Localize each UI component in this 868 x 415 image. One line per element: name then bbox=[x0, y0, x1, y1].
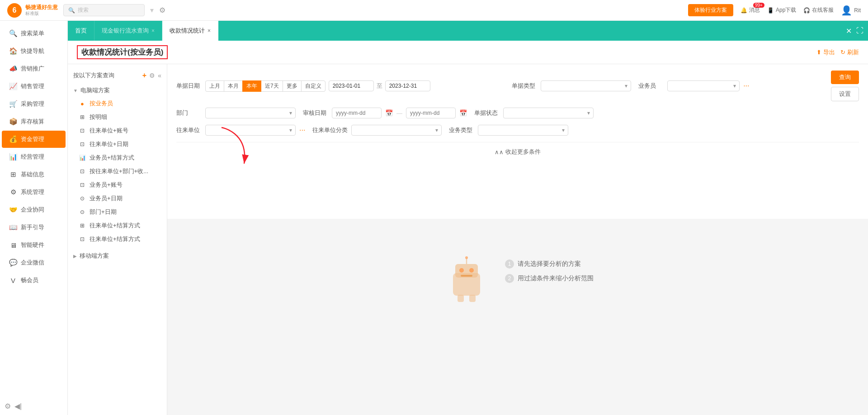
user-avatar[interactable]: 👤 Rit bbox=[841, 5, 861, 16]
biz-type-select[interactable] bbox=[478, 125, 568, 136]
date-tab-this-year[interactable]: 本年 bbox=[242, 80, 261, 92]
sidebar-item-inventory[interactable]: 📦 库存核算 bbox=[2, 113, 66, 130]
doc-type-select[interactable] bbox=[541, 80, 631, 91]
sidebar-item-basic[interactable]: ⊞ 基础信息 bbox=[2, 166, 66, 183]
query-btn[interactable]: 查询 bbox=[831, 71, 859, 84]
filter-audit-date-item: 审核日期 📅 — 📅 bbox=[303, 108, 467, 118]
tab-bank-flow[interactable]: 现金银行流水查询 × bbox=[94, 21, 162, 41]
audit-to-cal-icon[interactable]: 📅 bbox=[459, 109, 467, 117]
scheme-item-partner-settle2[interactable]: ⊡ 往来单位+结算方式 bbox=[68, 232, 167, 246]
sidebar-item-search[interactable]: 🔍 搜索菜单 bbox=[2, 25, 66, 42]
scheme-item-by-salesperson[interactable]: ● 按业务员 bbox=[68, 97, 167, 110]
sidebar-gear-btn[interactable]: ⚙ bbox=[5, 402, 11, 410]
tab-home[interactable]: 首页 bbox=[68, 21, 94, 41]
sidebar-item-purchase[interactable]: 🛒 采购管理 bbox=[2, 95, 66, 113]
home-icon: 🏠 bbox=[9, 47, 17, 55]
guide-icon: 📖 bbox=[9, 223, 17, 231]
sidebar-item-member[interactable]: V 畅会员 bbox=[2, 272, 66, 289]
sidebar-label-search: 搜索菜单 bbox=[21, 29, 44, 38]
sidebar-collapse-btn[interactable]: ◀| bbox=[14, 402, 22, 410]
doc-status-select[interactable] bbox=[503, 108, 594, 118]
sidebar-item-sales[interactable]: 📈 销售管理 bbox=[2, 78, 66, 95]
filter-partner-class-item: 往来单位分类 bbox=[312, 125, 442, 136]
scheme-header-icons: + ⚙ « bbox=[142, 71, 161, 80]
sidebar-item-operations[interactable]: 📊 经营管理 bbox=[2, 148, 66, 165]
scheme-item-partner-settle1[interactable]: ⊞ 往来单位+结算方式 bbox=[68, 219, 167, 232]
scheme-panel: 按以下方案查询 + ⚙ « ▼ 电脑端方案 ● 按业务员 bbox=[68, 64, 167, 415]
scheme-group-desktop-title[interactable]: ▼ 电脑端方案 bbox=[68, 84, 167, 97]
date-from-input[interactable]: 2023-01-01 bbox=[329, 80, 374, 91]
scheme-item-label: 业务员+日期 bbox=[90, 194, 123, 203]
scheme-settings-icon[interactable]: ⚙ bbox=[149, 72, 155, 79]
sidebar-item-marketing[interactable]: 📣 营销推广 bbox=[2, 60, 66, 77]
partner-select-wrapper bbox=[205, 125, 296, 136]
date-tab-more[interactable]: 更多 bbox=[283, 80, 302, 92]
tab-collection-stats[interactable]: 收款情况统计 × bbox=[162, 21, 218, 41]
tab-bank-flow-close[interactable]: × bbox=[151, 28, 155, 34]
scheme-collapse-icon[interactable]: « bbox=[158, 72, 161, 79]
app-download-btn[interactable]: 📱 App下载 bbox=[767, 6, 796, 14]
collapse-more-btn[interactable]: ∧∧ 收起更多条件 bbox=[176, 142, 859, 161]
online-service-btn[interactable]: 🎧 在线客服 bbox=[803, 6, 834, 14]
basic-icon: ⊞ bbox=[9, 170, 17, 179]
settings-icon[interactable]: ⚙ bbox=[159, 6, 165, 14]
sidebar-item-enterprise[interactable]: 🤝 企业协同 bbox=[2, 201, 66, 218]
export-btn[interactable]: ⬆ 导出 bbox=[816, 48, 835, 57]
sidebar-label-purchase: 采购管理 bbox=[21, 100, 44, 108]
scheme-item-partner-date[interactable]: ⊡ 往来单位+日期 bbox=[68, 137, 167, 151]
messages-btn[interactable]: 🔔 消息 99+ bbox=[741, 6, 760, 14]
audit-to-input[interactable] bbox=[406, 108, 456, 118]
scheme-item-salesperson-date[interactable]: ⊙ 业务员+日期 bbox=[68, 192, 167, 205]
date-tab-this-month[interactable]: 本月 bbox=[224, 80, 243, 92]
sidebar-item-hardware[interactable]: 🖥 智能硬件 bbox=[2, 236, 66, 254]
date-tab-last7[interactable]: 近7天 bbox=[261, 80, 283, 92]
dropdown-icon[interactable]: ▾ bbox=[150, 6, 154, 14]
search-bar[interactable]: 🔍 搜索 bbox=[63, 4, 145, 16]
tab-home-label: 首页 bbox=[75, 27, 87, 35]
dept-select[interactable] bbox=[205, 108, 296, 118]
top-bar: 6 畅捷通好生意 标准版 🔍 搜索 ▾ ⚙ 体验行业方案 🔔 消息 99+ 📱 … bbox=[0, 0, 868, 21]
partner-class-select[interactable] bbox=[351, 125, 442, 136]
tip-text-1: 请先选择要分析的方案 bbox=[518, 260, 581, 268]
sidebar-label-inventory: 库存核算 bbox=[21, 118, 44, 126]
scheme-item-by-detail[interactable]: ⊞ 按明细 bbox=[68, 110, 167, 124]
settings-btn[interactable]: 设置 bbox=[831, 87, 859, 101]
scheme-header-label: 按以下方案查询 bbox=[73, 71, 114, 80]
scheme-icon-pa: ⊡ bbox=[79, 127, 86, 134]
scheme-icon-dd: ⊙ bbox=[79, 208, 86, 216]
scheme-item-dept-date[interactable]: ⊙ 部门+日期 bbox=[68, 205, 167, 219]
sidebar-item-guide[interactable]: 📖 新手引导 bbox=[2, 219, 66, 236]
filter-action-btns: 查询 设置 bbox=[831, 71, 859, 101]
partner-select[interactable] bbox=[205, 125, 296, 136]
salesperson-more-btn[interactable]: ··· bbox=[743, 82, 749, 90]
top-bar-right: 体验行业方案 🔔 消息 99+ 📱 App下载 🎧 在线客服 👤 Rit bbox=[688, 4, 861, 16]
filter-row-1: 单据日期 上月 本月 本年 近7天 更多 自定义 2023-01-01 bbox=[176, 71, 859, 101]
sidebar-item-system[interactable]: ⚙ 系统管理 bbox=[2, 184, 66, 201]
member-icon: V bbox=[9, 276, 17, 284]
sidebar-item-quicknav[interactable]: 🏠 快捷导航 bbox=[2, 42, 66, 60]
tab-close-all-icon[interactable]: ✕ bbox=[846, 27, 852, 35]
partner-more-btn[interactable]: ··· bbox=[299, 126, 305, 134]
scheme-item-partner-account[interactable]: ⊡ 往来单位+账号 bbox=[68, 124, 167, 137]
scheme-item-salesperson-settle[interactable]: 📊 业务员+结算方式 bbox=[68, 151, 167, 165]
audit-from-cal-icon[interactable]: 📅 bbox=[385, 109, 393, 117]
sidebar-item-finance[interactable]: 💰 资金管理 bbox=[2, 131, 66, 148]
refresh-btn[interactable]: ↻ 刷新 bbox=[840, 48, 859, 57]
tab-maximize-icon[interactable]: ⛶ bbox=[856, 27, 863, 35]
trial-btn[interactable]: 体验行业方案 bbox=[688, 4, 733, 16]
tab-collection-stats-close[interactable]: × bbox=[208, 28, 211, 34]
sidebar-item-wechat[interactable]: 💬 企业微信 bbox=[2, 254, 66, 271]
scheme-item-partner-dept-collect[interactable]: ⊡ 按往来单位+部门+收... bbox=[68, 165, 167, 178]
date-to-input[interactable]: 2023-12-31 bbox=[385, 80, 430, 91]
date-tab-custom[interactable]: 自定义 bbox=[301, 80, 326, 92]
date-tab-prev-month[interactable]: 上月 bbox=[205, 80, 224, 92]
headset-icon: 🎧 bbox=[803, 7, 810, 14]
scheme-group-mobile-title[interactable]: ▶ 移动端方案 bbox=[68, 250, 167, 262]
active-scheme-icon: ● bbox=[79, 100, 86, 107]
export-icon: ⬆ bbox=[816, 49, 821, 56]
tab-collection-stats-label: 收款情况统计 bbox=[170, 27, 205, 35]
salesperson-select[interactable] bbox=[667, 80, 740, 91]
scheme-item-salesperson-account[interactable]: ⊡ 业务员+账号 bbox=[68, 178, 167, 192]
scheme-add-icon[interactable]: + bbox=[142, 71, 146, 80]
audit-from-input[interactable] bbox=[332, 108, 382, 118]
